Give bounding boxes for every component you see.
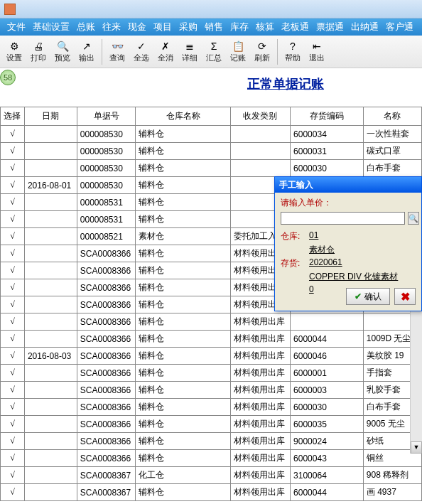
toolbar-全消[interactable]: ✗全消 [154, 38, 177, 65]
退出-icon: ⇤ [310, 40, 324, 53]
cell-date [24, 365, 77, 382]
cell-type: 材料领用出库 [230, 365, 290, 382]
cell-type: 材料领用出库 [230, 467, 290, 484]
cell-type: 材料领用出库 [230, 433, 290, 450]
toolbar-全选[interactable]: ✓全选 [130, 38, 153, 65]
toolbar-查询[interactable]: 👓查询 [106, 38, 129, 65]
cell-type: 材料领用出库 [230, 331, 290, 348]
menu-item[interactable]: 销售 [205, 21, 223, 33]
cell-sel: √ [1, 399, 25, 416]
table-row[interactable]: √SCA0008366辅料仓材料领用出库 [1, 313, 422, 331]
table-row[interactable]: √2016-08-03SCA0008366辅料仓材料领用出库6000046美纹胶… [1, 348, 422, 365]
cell-sel: √ [1, 126, 25, 143]
table-row[interactable]: √000008530辅料仓6000034一次性鞋套 [1, 126, 422, 143]
inventory-name: COPPER DIV 化镀素材 [309, 271, 398, 283]
cell-wh: 辅料仓 [136, 433, 231, 450]
cell-sel: √ [1, 331, 25, 348]
cell-name: 白布手套 [363, 160, 421, 177]
table-row[interactable]: √SCA0008366辅料仓材料领用出库6000030白布手套 [1, 399, 422, 416]
table-row[interactable]: √SCA0008366辅料仓材料领用出库6000043铜丝 [1, 450, 422, 467]
toolbar-详细[interactable]: ≣详细 [178, 38, 201, 65]
cell-date [24, 126, 77, 143]
table-row[interactable]: √000008530辅料仓6000030白布手套 [1, 160, 422, 177]
cell-sel: √ [1, 211, 25, 228]
cell-name: 碳式口罩 [363, 143, 421, 160]
table-row[interactable]: √SCA0008366辅料仓材料领用出库60000359005 无尘 [1, 416, 422, 433]
menu-item[interactable]: 老板通 [281, 21, 309, 33]
menu-item[interactable]: 核算 [256, 21, 274, 33]
cell-doc: 000008530 [77, 143, 136, 160]
cancel-button[interactable]: ✖ [394, 288, 416, 305]
table-row[interactable]: √SCA0008367化工仓材料领用出库3100064908 稀释剂 [1, 467, 422, 484]
cell-code: 6000034 [291, 126, 364, 143]
toolbar-label: 查询 [109, 53, 125, 63]
column-header[interactable]: 日期 [24, 107, 77, 126]
toolbar-label: 全消 [158, 53, 173, 63]
cell-type: 材料领用出库 [230, 313, 290, 331]
cell-wh: 化工仓 [136, 467, 231, 484]
table-row[interactable]: √SCA0008366辅料仓材料领用出库6000003乳胶手套 [1, 382, 422, 399]
cell-date [24, 211, 77, 228]
cell-doc: SCA0008366 [77, 279, 136, 296]
toolbar-汇总[interactable]: Σ汇总 [202, 38, 225, 65]
toolbar-退出[interactable]: ⇤退出 [305, 38, 328, 65]
table-row[interactable]: √SCA0008366辅料仓材料领用出库60000441009D 无尘 [1, 331, 422, 348]
menu-item[interactable]: 总账 [77, 21, 95, 33]
toolbar-label: 详细 [182, 53, 198, 63]
cell-doc: 000008531 [77, 211, 136, 228]
cell-code: 3100064 [291, 467, 364, 484]
menu-item[interactable]: 库存 [230, 21, 249, 33]
menu-item[interactable]: 出纳通 [351, 21, 379, 33]
price-input[interactable] [281, 212, 405, 225]
column-header[interactable]: 存货编码 [291, 107, 364, 126]
table-row[interactable]: √SCA0008366辅料仓材料领用出库9000024砂纸 [1, 433, 422, 450]
menu-item[interactable]: 采购 [179, 21, 198, 33]
inventory-qty: 0 [309, 284, 314, 294]
scroll-down-button[interactable]: ▼ [411, 441, 422, 454]
cell-sel: √ [1, 433, 25, 450]
cell-wh: 辅料仓 [136, 313, 231, 331]
table-row[interactable]: √000008530辅料仓6000031碳式口罩 [1, 143, 422, 160]
cell-sel: √ [1, 194, 25, 211]
column-header[interactable]: 选择 [1, 107, 25, 126]
cell-name: 908 稀释剂 [363, 467, 421, 484]
column-header[interactable]: 收发类别 [230, 107, 290, 126]
menu-item[interactable]: 客户通 [386, 21, 413, 33]
toolbar-帮助[interactable]: ?帮助 [281, 38, 304, 65]
column-header[interactable]: 单据号 [77, 107, 136, 126]
menu-item[interactable]: 文件 [7, 21, 26, 33]
cell-doc: SCA0008366 [77, 450, 136, 467]
cell-sel: √ [1, 450, 25, 467]
cell-wh: 辅料仓 [136, 194, 231, 211]
输出-icon: ↗ [80, 40, 94, 53]
cell-sel: √ [1, 467, 25, 484]
lookup-button[interactable]: 🔍 [408, 212, 419, 225]
table-row[interactable]: √SCA0008366辅料仓材料领用出库6000001手指套 [1, 365, 422, 382]
title-row: 正常单据记账 [0, 68, 422, 107]
toolbar-打印[interactable]: 🖨打印 [27, 38, 50, 65]
cell-date [24, 296, 77, 313]
toolbar-刷新[interactable]: ⟳刷新 [251, 38, 274, 65]
toolbar-输出[interactable]: ↗输出 [75, 38, 98, 65]
table-row[interactable]: √SCA0008367辅料仓材料领用出库6000044画 4937 [1, 484, 422, 501]
toolbar-label: 设置 [6, 53, 22, 63]
toolbar-设置[interactable]: ⚙设置 [3, 38, 26, 65]
menu-item[interactable]: 现金 [128, 21, 146, 33]
menu-item[interactable]: 基础设置 [33, 21, 70, 33]
cell-wh: 辅料仓 [136, 416, 231, 433]
menu-item[interactable]: 项目 [153, 21, 172, 33]
全消-icon: ✗ [158, 40, 173, 53]
详细-icon: ≣ [183, 40, 197, 53]
inventory-code: 2020061 [309, 257, 342, 269]
menu-item[interactable]: 票据通 [316, 21, 344, 33]
cell-code: 6000046 [291, 348, 364, 365]
toolbar-预览[interactable]: 🔍预览 [51, 38, 74, 65]
cell-date [24, 467, 77, 484]
cell-wh: 辅料仓 [136, 177, 231, 194]
confirm-button[interactable]: ✔ 确认 [346, 288, 390, 305]
menu-item[interactable]: 往来 [102, 21, 121, 33]
column-header[interactable]: 仓库名称 [136, 107, 231, 126]
column-header[interactable]: 名称 [363, 107, 421, 126]
toolbar-记账[interactable]: 📋记账 [227, 38, 249, 65]
count-badge: 58 [0, 70, 16, 85]
